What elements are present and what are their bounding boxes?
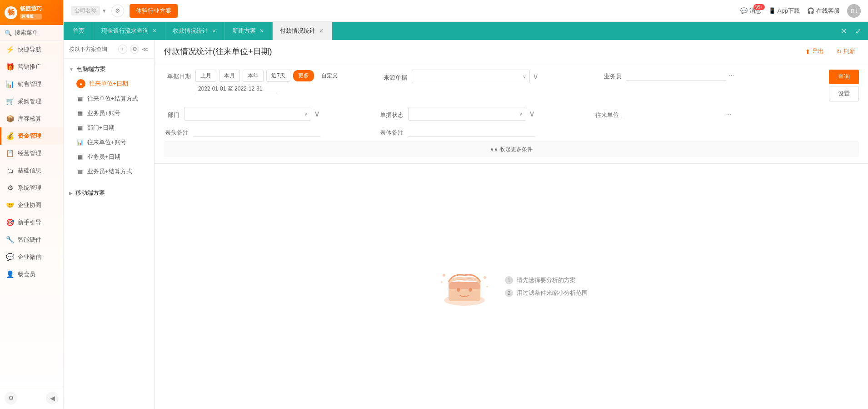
- receipt-status-dropdown-icon[interactable]: ∨: [529, 109, 535, 119]
- header-note-input[interactable]: [193, 126, 320, 137]
- sidebar-item-system[interactable]: ⚙ 系统管理: [0, 179, 63, 197]
- scheme-item-staff-date[interactable]: ▦ 业务员+日期: [64, 150, 154, 164]
- content-area: 按以下方案查询 + ⚙ ≪ ▼ 电脑端方案 ● 往来单位+日期 ▦: [64, 40, 868, 409]
- app-icon: 📱: [768, 7, 776, 14]
- tab-payment-stats-close[interactable]: ✕: [318, 28, 324, 34]
- tab-new-scheme[interactable]: 新建方案 ✕: [225, 22, 273, 40]
- scheme-table-icon-4: ▦: [76, 154, 84, 160]
- date-this-year-btn[interactable]: 本年: [243, 70, 264, 82]
- mobile-section-arrow: ▶: [69, 191, 73, 196]
- dept-select[interactable]: [184, 107, 311, 121]
- scheme-item-unit-date[interactable]: ● 往来单位+日期: [64, 76, 154, 91]
- scheme-item-staff-account[interactable]: ▦ 业务员+账号: [64, 106, 154, 121]
- sidebar-item-purchase[interactable]: 🛒 采购管理: [0, 93, 63, 110]
- svg-point-8: [486, 286, 488, 288]
- tab-home[interactable]: 首页: [64, 22, 94, 40]
- online-service-btn[interactable]: 🎧 在线客服: [807, 7, 840, 15]
- collapse-more-btn[interactable]: ∧∧ 收起更多条件: [164, 141, 859, 157]
- tab-bank-flow-close[interactable]: ✕: [151, 28, 158, 34]
- page-header: 付款情况统计(往来单位+日期) ⬆ 导出 ↻ 刷新: [155, 40, 868, 63]
- left-panel-title: 按以下方案查询: [69, 45, 107, 53]
- topbar-settings-btn[interactable]: ⚙: [111, 5, 124, 17]
- staff-more-btn[interactable]: ···: [726, 70, 737, 81]
- sidebar-footer: ⚙ ◀: [0, 387, 63, 409]
- tab-payment-stats[interactable]: 付款情况统计 ✕: [273, 22, 332, 40]
- desktop-section-header[interactable]: ▼ 电脑端方案: [64, 62, 154, 76]
- date-custom-btn[interactable]: 自定义: [317, 70, 342, 81]
- topbar: 公司名称 ▾ ⚙ 体验行业方案 💬 消息 99+ 📱 App下载 🎧 在线客服 …: [64, 0, 868, 22]
- source-dropdown-icon[interactable]: ∨: [533, 71, 539, 81]
- refresh-btn[interactable]: ↻ 刷新: [833, 45, 859, 57]
- sidebar-item-member[interactable]: 👤 畅会员: [0, 266, 63, 283]
- receipt-status-label: 单据状态: [379, 108, 408, 119]
- query-btn[interactable]: 查询: [829, 70, 859, 84]
- sidebar-item-weixin[interactable]: 💬 企业微信: [0, 248, 63, 266]
- logo-text: 畅捷通巧 标准版: [20, 5, 42, 20]
- left-panel-collapse-btn[interactable]: ≪: [142, 45, 149, 53]
- system-icon: ⚙: [6, 184, 14, 192]
- date-more-btn[interactable]: 更多: [293, 70, 314, 81]
- tab-new-scheme-close[interactable]: ✕: [259, 28, 265, 34]
- logo-icon: 畅: [5, 6, 17, 19]
- sidebar-item-guide[interactable]: 🎯 新手引导: [0, 214, 63, 231]
- export-btn[interactable]: ⬆ 导出: [802, 45, 828, 57]
- partner-input[interactable]: [624, 108, 723, 119]
- tab-fullscreen-btn[interactable]: ⤢: [853, 25, 863, 36]
- empty-step-1: 1 请先选择要分析的方案: [505, 276, 588, 284]
- try-industry-btn[interactable]: 体验行业方案: [130, 4, 178, 18]
- tab-receipt-stats[interactable]: 收款情况统计 ✕: [165, 22, 225, 40]
- footer-settings-btn[interactable]: ⚙: [5, 392, 17, 404]
- search-menu[interactable]: 🔍 搜索菜单: [0, 25, 63, 41]
- app-download-btn[interactable]: 📱 App下载: [768, 7, 800, 15]
- partner-more-btn[interactable]: ···: [723, 108, 734, 119]
- sidebar-item-sales[interactable]: 📊 销售管理: [0, 76, 63, 93]
- sidebar-item-capital[interactable]: 💰 资金管理: [0, 127, 63, 145]
- scheme-settings-btn[interactable]: ⚙: [130, 45, 139, 54]
- tab-receipt-stats-close[interactable]: ✕: [211, 28, 217, 34]
- sidebar: 畅 畅捷通巧 标准版 🔍 搜索菜单 ⚡ 快捷导航 🎁 营销推广 📊 销售管理 🛒…: [0, 0, 64, 409]
- notification-badge: 99+: [753, 4, 765, 10]
- tab-bank-flow[interactable]: 现金银行流水查询 ✕: [94, 22, 165, 40]
- sidebar-item-inventory[interactable]: 📦 库存核算: [0, 110, 63, 127]
- tab-close-all-btn[interactable]: ✕: [838, 25, 849, 36]
- source-select[interactable]: [412, 70, 530, 83]
- staff-input[interactable]: [626, 70, 726, 81]
- scheme-item-unit-settle[interactable]: ▦ 往来单位+结算方式: [64, 91, 154, 106]
- sidebar-item-quick-nav[interactable]: ⚡ 快捷导航: [0, 41, 63, 58]
- right-panel: 付款情况统计(往来单位+日期) ⬆ 导出 ↻ 刷新: [155, 40, 868, 409]
- scheme-item-dept-date[interactable]: ▦ 部门+日期: [64, 121, 154, 135]
- add-scheme-btn[interactable]: +: [118, 45, 127, 54]
- sidebar-item-enterprise[interactable]: 🤝 企业协同: [0, 197, 63, 214]
- sidebar-item-operation[interactable]: 📋 经营管理: [0, 145, 63, 162]
- message-icon: 💬: [740, 7, 748, 14]
- receipt-status-select-wrap: [408, 107, 526, 121]
- capital-icon: 💰: [6, 132, 14, 140]
- scheme-table-icon-5: ▦: [76, 168, 84, 175]
- company-selector[interactable]: 公司名称 ▾: [71, 6, 106, 15]
- date-last-month-btn[interactable]: 上月: [195, 70, 216, 82]
- page-title: 付款情况统计(往来单位+日期): [164, 46, 272, 57]
- weixin-icon: 💬: [6, 253, 14, 261]
- sidebar-item-hardware[interactable]: 🔧 智能硬件: [0, 231, 63, 248]
- company-name: 公司名称: [71, 6, 100, 15]
- refresh-icon: ↻: [837, 48, 842, 55]
- date-this-month-btn[interactable]: 本月: [219, 70, 240, 82]
- footer-collapse-btn[interactable]: ◀: [46, 392, 59, 404]
- avatar-placeholder: Rit: [847, 4, 861, 18]
- body-note-input[interactable]: [408, 126, 535, 137]
- scheme-item-unit-account[interactable]: 📊 往来单位+账号: [64, 135, 154, 150]
- sidebar-item-basic-info[interactable]: 🗂 基础信息: [0, 162, 63, 179]
- receipt-status-select[interactable]: [408, 107, 526, 121]
- message-btn[interactable]: 💬 消息 99+: [740, 7, 761, 15]
- mobile-section-header[interactable]: ▶ 移动端方案: [64, 186, 154, 200]
- svg-point-3: [457, 288, 460, 292]
- filter-settings-btn[interactable]: 设置: [829, 86, 859, 101]
- date-7days-btn[interactable]: 近7天: [266, 70, 290, 82]
- scheme-table-icon-2: ▦: [76, 110, 84, 116]
- user-avatar[interactable]: Rit: [847, 4, 861, 18]
- dept-dropdown-icon[interactable]: ∨: [314, 109, 320, 119]
- sidebar-item-marketing[interactable]: 🎁 营销推广: [0, 58, 63, 76]
- scheme-item-staff-settle[interactable]: ▦ 业务员+结算方式: [64, 164, 154, 179]
- body-note-label: 表体备注: [379, 126, 408, 137]
- date-range-input[interactable]: [195, 85, 277, 93]
